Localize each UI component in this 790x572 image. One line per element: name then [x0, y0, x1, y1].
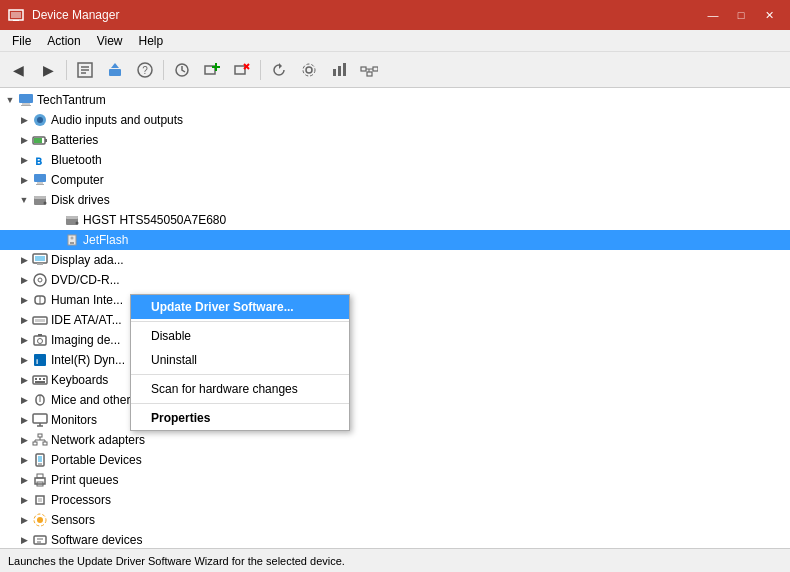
expand-diskdrives[interactable]: ▼: [16, 192, 32, 208]
maximize-button[interactable]: □: [728, 5, 754, 25]
svg-rect-83: [38, 456, 42, 462]
context-menu-properties[interactable]: Properties: [131, 406, 349, 430]
expand-display[interactable]: ▶: [16, 252, 32, 268]
svg-rect-25: [373, 67, 378, 71]
menu-action[interactable]: Action: [39, 32, 88, 50]
tree-item-imaging[interactable]: ▶ Imaging de...: [0, 330, 790, 350]
svg-text:i: i: [36, 357, 38, 366]
expand-dvd[interactable]: ▶: [16, 272, 32, 288]
software-label: Software devices: [51, 533, 142, 547]
tree-item-diskdrives[interactable]: ▼ Disk drives: [0, 190, 790, 210]
back-button[interactable]: ◀: [4, 56, 32, 84]
context-menu-update-driver[interactable]: Update Driver Software...: [131, 295, 349, 319]
update-icon: [106, 61, 124, 79]
context-menu-uninstall[interactable]: Uninstall: [131, 348, 349, 372]
context-menu-sep-1: [131, 321, 349, 322]
uninstall-button[interactable]: [228, 56, 256, 84]
intel-icon: i: [32, 352, 48, 368]
tree-item-sensors[interactable]: ▶ Sensors: [0, 510, 790, 530]
svg-point-53: [34, 274, 46, 286]
svg-point-20: [303, 64, 315, 76]
expand-ide[interactable]: ▶: [16, 312, 32, 328]
close-button[interactable]: ✕: [756, 5, 782, 25]
display-icon: [32, 252, 48, 268]
tree-item-dvd[interactable]: ▶ DVD/CD-R...: [0, 270, 790, 290]
svg-rect-31: [21, 105, 31, 106]
context-menu-disable[interactable]: Disable: [131, 324, 349, 348]
extra2-button[interactable]: [325, 56, 353, 84]
root-label: TechTantrum: [37, 93, 106, 107]
minimize-button[interactable]: —: [700, 5, 726, 25]
tree-item-display[interactable]: ▶ Display ada...: [0, 250, 790, 270]
svg-rect-74: [38, 434, 42, 437]
tree-item-bluetooth[interactable]: ▶ ʙ Bluetooth: [0, 150, 790, 170]
svg-rect-66: [39, 378, 41, 380]
refresh-icon: [270, 61, 288, 79]
menu-file[interactable]: File: [4, 32, 39, 50]
tree-item-portable[interactable]: ▶ Portable Devices: [0, 450, 790, 470]
help-button[interactable]: ?: [131, 56, 159, 84]
extra1-button[interactable]: [295, 56, 323, 84]
expand-root[interactable]: ▼: [2, 92, 18, 108]
svg-rect-42: [34, 196, 46, 199]
tree-item-jetflash[interactable]: ▶ JetFlash: [0, 230, 790, 250]
expand-mice[interactable]: ▶: [16, 392, 32, 408]
status-bar: Launches the Update Driver Software Wiza…: [0, 548, 790, 572]
svg-rect-67: [43, 378, 45, 380]
expand-imaging[interactable]: ▶: [16, 332, 32, 348]
expand-batteries[interactable]: ▶: [16, 132, 32, 148]
expand-bluetooth[interactable]: ▶: [16, 152, 32, 168]
expand-computer[interactable]: ▶: [16, 172, 32, 188]
menu-help[interactable]: Help: [131, 32, 172, 50]
processor-icon: [32, 492, 48, 508]
tree-item-processors[interactable]: ▶ Processors: [0, 490, 790, 510]
expand-intel[interactable]: ▶: [16, 352, 32, 368]
scan2-button[interactable]: [265, 56, 293, 84]
monitor-icon: [32, 412, 48, 428]
svg-rect-36: [34, 138, 42, 143]
tree-item-ide[interactable]: ▶ IDE ATA/AT...: [0, 310, 790, 330]
context-menu-scan[interactable]: Scan for hardware changes: [131, 377, 349, 401]
tree-item-hgst[interactable]: ▶ HGST HTS545050A7E680: [0, 210, 790, 230]
expand-print[interactable]: ▶: [16, 472, 32, 488]
expand-processors[interactable]: ▶: [16, 492, 32, 508]
imaging-icon: [32, 332, 48, 348]
tree-item-intel[interactable]: ▶ i Intel(R) Dyn...: [0, 350, 790, 370]
expand-keyboards[interactable]: ▶: [16, 372, 32, 388]
hid-label: Human Inte...: [51, 293, 123, 307]
jetflash-label: JetFlash: [83, 233, 128, 247]
expand-hid[interactable]: ▶: [16, 292, 32, 308]
svg-rect-58: [35, 319, 45, 322]
tree-item-network[interactable]: ▶ Network adapters: [0, 430, 790, 450]
add-icon: [203, 61, 221, 79]
title-bar: Device Manager — □ ✕: [0, 0, 790, 30]
audio-label: Audio inputs and outputs: [51, 113, 183, 127]
menu-view[interactable]: View: [89, 32, 131, 50]
expand-network[interactable]: ▶: [16, 432, 32, 448]
expand-software[interactable]: ▶: [16, 532, 32, 548]
tree-view[interactable]: ▼ TechTantrum ▶ Audio inputs and outputs…: [0, 88, 790, 548]
tree-item-software[interactable]: ▶ Software devices: [0, 530, 790, 548]
forward-button[interactable]: ▶: [34, 56, 62, 84]
tree-item-audio[interactable]: ▶ Audio inputs and outputs: [0, 110, 790, 130]
update-driver-button[interactable]: [101, 56, 129, 84]
expand-audio[interactable]: ▶: [16, 112, 32, 128]
tree-item-keyboards[interactable]: ▶ Keyboards: [0, 370, 790, 390]
tree-item-monitors[interactable]: ▶ Monitors: [0, 410, 790, 430]
tree-item-batteries[interactable]: ▶ Batteries: [0, 130, 790, 150]
scan-hardware-button[interactable]: [168, 56, 196, 84]
expand-monitors[interactable]: ▶: [16, 412, 32, 428]
add-hardware-button[interactable]: [198, 56, 226, 84]
tree-item-hid[interactable]: ▶ Human Inte...: [0, 290, 790, 310]
properties-button[interactable]: [71, 56, 99, 84]
tree-item-root[interactable]: ▼ TechTantrum: [0, 90, 790, 110]
expand-portable[interactable]: ▶: [16, 452, 32, 468]
tree-item-computer[interactable]: ▶ Computer: [0, 170, 790, 190]
extra3-button[interactable]: [355, 56, 383, 84]
printer-icon: [32, 472, 48, 488]
tree-item-print[interactable]: ▶ Print queues: [0, 470, 790, 490]
tree-item-mice[interactable]: ▶ Mice and other pointing devices: [0, 390, 790, 410]
processors-label: Processors: [51, 493, 111, 507]
svg-rect-65: [35, 378, 37, 380]
expand-sensors[interactable]: ▶: [16, 512, 32, 528]
